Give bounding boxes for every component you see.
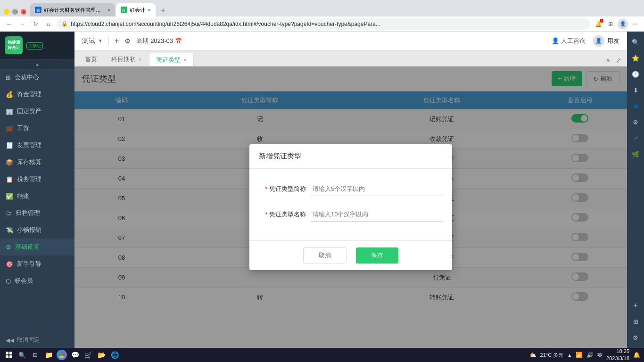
tab1-close[interactable]: × [107,7,110,13]
nav-item-tax[interactable]: 📋 税务管理 [0,171,74,188]
workspace-selector[interactable]: 测试 ▼ [82,37,103,45]
page-tab-voucher-type[interactable]: 凭证类型 × [149,53,193,66]
tab1-favicon: 会 [35,7,41,13]
name-input[interactable] [311,207,443,222]
right-apps-btn[interactable]: ⚙ [629,115,642,129]
inventory-icon: 📦 [6,159,13,166]
form-row-name: * 凭证类型名称 [259,207,443,222]
right-add-btn[interactable]: + [629,299,642,312]
profile-btn[interactable]: 👤 [618,19,628,29]
right-extra-btn[interactable]: 🌿 [629,148,642,161]
more-btn[interactable]: ⋯ [630,19,640,29]
user-info[interactable]: 👤 用友 [593,35,619,47]
sidebar-nav: ⊞ 会裁中心 💰 资金管理 🏢 固定资产 💼 工资 🧾 发票管理 📦 库存 [0,69,74,332]
nav-item-inventory[interactable]: 📦 库存核算 [0,154,74,171]
nav-item-archive[interactable]: 🗂 归档管理 [0,205,74,222]
tab2-close[interactable]: × [148,7,150,13]
tab-expand-controls: × ⤢ [604,57,623,66]
nav-item-member[interactable]: ⬡ 畅会员 [0,272,74,289]
sidebar-footer[interactable]: ◀◀ 取消固定 [0,332,74,348]
expense-icon: 💸 [6,227,13,234]
fixed-assets-icon: 🏢 [6,108,13,115]
right-grid-btn[interactable]: ⊞ [629,315,642,328]
logo-icon: 畅捷通好合计 [5,36,23,54]
tab2-title: 好会计 [130,7,145,14]
taskbar-edge[interactable]: 🌐 [109,350,120,360]
nav-item-settings[interactable]: ⚙ 基础设置 [0,239,74,255]
sidebar-logo: 畅捷通好合计 流畅版 [0,32,74,59]
window-controls[interactable]: ─ □ × [4,9,26,16]
reload-btn[interactable]: ↻ [30,19,41,29]
taskbar-folder2[interactable]: 📂 [96,350,107,360]
browser-chrome: ─ □ × 会 好会计云财务软件管理系统_会计 × 好 好会计 × + [0,0,644,16]
forward-btn[interactable]: → [17,19,27,29]
help-btn[interactable]: 👤 人工咨询 [552,37,586,45]
right-config-btn[interactable]: ⚙ [629,331,642,344]
back-btn[interactable]: ← [4,19,14,29]
tab-minimize-btn[interactable]: × [604,57,612,64]
nav-item-dashboard[interactable]: ⊞ 会裁中心 [0,69,74,86]
name-label: * 凭证类型名称 [259,210,311,219]
minimize-btn[interactable]: ─ [4,9,9,15]
url-bar[interactable]: 🔒 https://cloud2.chanjet.com/accounting/… [57,18,590,30]
right-history-btn[interactable]: 🕐 [629,67,642,81]
member-icon: ⬡ [6,278,11,285]
maximize-btn[interactable]: □ [12,9,18,15]
secure-icon: 🔒 [61,21,68,27]
nav-item-expense[interactable]: 💸 小畅报销 [0,222,74,239]
start-btn[interactable] [4,350,14,360]
period-value: 2023-03 [150,37,173,44]
right-outlook-btn[interactable]: ✉ [629,99,642,113]
voucher-type-label: 凭证类型 [156,56,181,64]
page-tab-subject-init[interactable]: 科目期初 × [105,53,148,66]
close-window-btn[interactable]: × [21,9,26,15]
help-label: 人工咨询 [561,37,586,45]
calendar-icon: 📅 [175,38,182,44]
abbr-input[interactable] [311,182,443,196]
search-taskbar-btn[interactable]: 🔍 [17,350,27,360]
add-workspace-btn[interactable]: + [115,37,119,45]
tab-expand-btn[interactable]: ⤢ [614,57,623,64]
save-btn[interactable]: 保存 [356,247,398,263]
nav-item-fixed-assets[interactable]: 🏢 固定资产 [0,103,74,120]
voucher-type-close-icon[interactable]: × [183,57,186,63]
period-label: 账期 [136,37,149,45]
extensions-btn[interactable]: 🔔! [593,19,603,29]
right-search-btn[interactable]: 🔍 [629,35,642,49]
taskbar-microsoft-store[interactable]: 🛒 [83,350,93,360]
task-view-btn[interactable]: ⊟ [30,350,41,360]
taskbar-chrome[interactable] [57,350,67,360]
cancel-btn[interactable]: 取消 [303,247,347,263]
right-download-btn[interactable]: ⬇ [629,83,642,97]
tax-icon: 📋 [6,176,13,183]
guide-icon: 🎯 [6,261,13,268]
user-avatar: 👤 [593,35,604,47]
page-tab-home[interactable]: 首页 [78,53,104,66]
nav-item-invoice[interactable]: 🧾 发票管理 [0,137,74,154]
nav-item-settlement[interactable]: ✅ 结账 [0,188,74,205]
notification-icon: 🔔 [633,352,640,358]
abbr-label: * 凭证类型简称 [259,185,311,193]
browser-tab-2[interactable]: 好 好会计 × [116,3,155,16]
subject-init-close-icon[interactable]: × [139,57,141,62]
taskbar-file-explorer[interactable]: 📁 [43,350,54,360]
browser-action-area: 🔔! ⊞ 👤 ⋯ [593,19,640,29]
taskbar-wechat[interactable]: 💬 [70,350,80,360]
main-area: 测试 ▼ + ⚙ 账期 2023-03 📅 👤 人工咨询 👤 用友 [74,32,627,348]
nav-item-capital[interactable]: 💰 资金管理 [0,86,74,103]
logo-badge: 流畅版 [26,42,43,49]
right-star-btn[interactable]: ⭐ [629,51,642,65]
browser-tab-1[interactable]: 会 好会计云财务软件管理系统_会计 × [30,3,115,16]
right-panel: 🔍 ⭐ 🕐 ⬇ ✉ ⚙ ↗ 🌿 + ⊞ ⚙ [627,32,644,348]
right-send-btn[interactable]: ↗ [629,132,642,145]
tab-bar: 会 好会计云财务软件管理系统_会计 × 好 好会计 × + [30,3,640,16]
bookmark-btn[interactable]: ⊞ [605,19,616,29]
nav-item-payroll[interactable]: 💼 工资 [0,120,74,137]
settings-btn[interactable]: ⚙ [124,37,131,45]
help-icon: 👤 [552,37,559,44]
new-tab-btn[interactable]: + [157,5,170,16]
home-btn[interactable]: ⌂ [43,19,54,29]
weather-text: 21°C 多云 [540,352,564,359]
settlement-icon: ✅ [6,193,13,200]
nav-item-guide[interactable]: 🎯 新手引导 [0,255,74,272]
